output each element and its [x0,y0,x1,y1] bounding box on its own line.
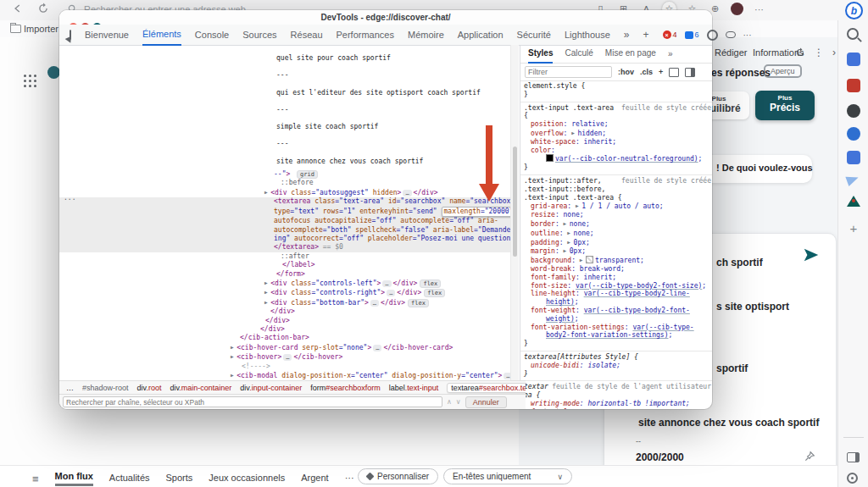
class-toggle[interactable]: .cls [640,68,653,76]
sidebar-globe-icon[interactable] [847,127,860,141]
dom-text-row[interactable]: qui est l'editeur des site optisport coa… [59,85,519,102]
feed-tab-sports[interactable]: Sports [166,473,193,485]
dom-tree-row[interactable]: <textarea class="text-area" id="searchbo… [59,197,519,206]
dom-tree-row[interactable]: </label> [59,261,519,269]
css-line[interactable]: color: [520,147,712,155]
css-line[interactable]: var(--cib-color-neutral-foreground); [520,154,712,163]
css-line[interactable]: word-break: break-word; [520,265,712,274]
css-line[interactable]: writing-mode: horizontal-tb !important; [520,400,712,408]
add-tab-icon[interactable]: + [643,29,648,41]
dom-text-row[interactable]: site annonce chez vous coach sportif [59,153,519,170]
css-line[interactable]: element.style { [520,82,712,91]
css-line[interactable]: padding: ▶ 0px; [520,238,712,247]
app-launcher-icon[interactable] [24,75,37,88]
feed-tab-jeux-occasionnels[interactable]: Jeux occasionnels [209,473,285,485]
issues-badge[interactable]: 6 [685,30,699,39]
chat-expand-icon[interactable]: › [832,47,836,58]
dom-tree-row[interactable]: ▶ <div class="bottom-bar">…</div>flex [59,298,519,307]
css-line[interactable]: font-weight: var(--cib-type-body2-font- [520,307,712,315]
dom-tree-row[interactable]: ::after [59,252,519,261]
search-next-icon[interactable]: ∨ [456,398,461,406]
dom-text-row[interactable]: --- [59,102,519,119]
dom-tree-row[interactable]: ing" autocorrect="off" placeholder="Pose… [59,235,519,243]
headers-only-dropdown[interactable]: En-têtes uniquement ∨ [443,468,572,484]
dom-tree-row[interactable]: ▶ <div class="controls-right">…</div>fle… [59,288,519,297]
css-line[interactable]: margin: ▶ 0px; [520,246,712,256]
dom-tree-row[interactable]: </cib-action-bar> [59,334,519,342]
dom-tree-row[interactable]: autofocus autocapitalize="off" autocompl… [59,217,519,225]
css-line[interactable]: overflow: ▶ hidden; [520,129,712,138]
devtools-tab-console[interactable]: Console [195,25,229,45]
dom-text-row[interactable]: --- [59,67,519,84]
devtools-tab-sécurité[interactable]: Sécurité [517,25,551,45]
elements-search-input[interactable] [63,396,442,407]
dom-tree-row[interactable]: ▶ <div class="autosuggest" hidden>…</div… [59,188,519,197]
elements-scrollbar[interactable] [510,45,519,381]
devtools-tab-performances[interactable]: Performances [337,25,394,45]
css-line[interactable]: line-height: var(--cib-type-body2-line- [520,290,712,298]
css-line[interactable]: outline: ▶ none; [520,229,712,238]
css-line[interactable]: font-style: ; [520,408,712,409]
pin-icon[interactable] [804,451,815,462]
sidebar-plane-icon[interactable] [845,173,860,186]
css-line[interactable]: background: ▶ transparent; [520,256,712,265]
sidebar-shopping-icon[interactable] [847,79,860,92]
devtools-tab-mémoire[interactable]: Mémoire [408,25,444,45]
breadcrumb-item[interactable]: … [66,384,74,392]
sidebar-panel-icon[interactable] [847,452,860,462]
devtools-tab-sources[interactable]: Sources [242,25,276,45]
dom-tree-row[interactable]: </div> [59,317,519,325]
devtools-tab-lighthouse[interactable]: Lighthouse [565,25,610,45]
dom-tree-row[interactable]: </div> [59,307,519,316]
dom-tree-row[interactable]: autocomplete="both" spellcheck="false" a… [59,226,519,235]
css-line[interactable]: .text-input .text-area { [520,194,712,202]
precise-tone-button[interactable]: Plus Précis [755,91,815,120]
css-line[interactable]: font-family: inherit; [520,274,712,282]
compose-tab[interactable]: Rédiger [715,47,748,58]
css-line[interactable]: height); [520,298,712,307]
sidebar-m365-icon[interactable] [847,151,860,164]
feed-tab-argent[interactable]: Argent [301,473,328,485]
styles-tab-mise en page[interactable]: Mise en page [605,45,656,62]
hover-state-toggle[interactable]: :hov [618,68,634,76]
css-line[interactable]: white-space: inherit; [520,138,712,147]
elements-panel[interactable]: quel site pour coach sportif---qui est l… [59,45,519,381]
css-line[interactable]: { [520,112,712,120]
send-icon[interactable] [802,246,821,264]
breadcrumb-item[interactable]: div.main-container [170,384,231,392]
css-line[interactable]: body2-font-variation-settings); [520,331,712,340]
css-line[interactable]: resize: none; [520,211,712,219]
dom-tree-row[interactable]: --"> grid [59,170,519,179]
css-line[interactable]: } [520,340,712,348]
css-line[interactable]: font-size: var(--cib-type-body2-font-siz… [520,282,712,291]
styles-filter-input[interactable] [525,66,612,78]
css-line[interactable]: grid-area: ▶ 1 / 1 / auto / auto; [520,202,712,211]
feed-tab-actualités[interactable]: Actualités [109,473,150,485]
css-line[interactable]: } [520,91,712,99]
devtools-link-icon[interactable] [726,31,736,38]
sidebar-tag-icon[interactable] [847,53,860,66]
styles-tab-styles[interactable]: Styles [528,45,553,64]
css-line[interactable]: position: relative; [520,120,712,129]
dom-tree-row[interactable]: type="text" rows="1" enterkeyhint="send"… [59,207,519,217]
search-prev-icon[interactable]: ∧ [447,398,452,406]
css-line[interactable]: ea { [520,391,712,400]
css-line[interactable]: border: ▶ none; [520,219,712,229]
dom-tree-row[interactable]: </textarea> == $0 [59,243,519,252]
menu-icon[interactable]: ≡ [32,473,39,485]
chat-more-icon[interactable]: ⋮ [814,47,824,58]
devtools-tab-application[interactable]: Application [458,25,504,45]
new-style-rule-button[interactable]: + [659,68,663,76]
personalize-button[interactable]: Personnaliser [358,468,438,484]
sidebar-settings-icon[interactable] [847,473,858,484]
breadcrumb-item[interactable]: form#searchboxform [310,384,381,392]
css-line[interactable]: textarea[Attributes Style] { [520,353,712,362]
dom-text-row[interactable]: --- [59,136,519,152]
feed-tab-mon-flux[interactable]: Mon flux [55,471,93,486]
dom-tree-row[interactable]: </form> [59,270,519,279]
css-line[interactable]: .text-input::before, [520,185,712,194]
devtools-tab-bienvenue[interactable]: Bienvenue [85,25,129,45]
css-line[interactable]: weight); [520,315,712,324]
breadcrumb-item[interactable]: div.root [137,384,162,392]
devtools-tab-éléments[interactable]: Éléments [142,25,181,46]
